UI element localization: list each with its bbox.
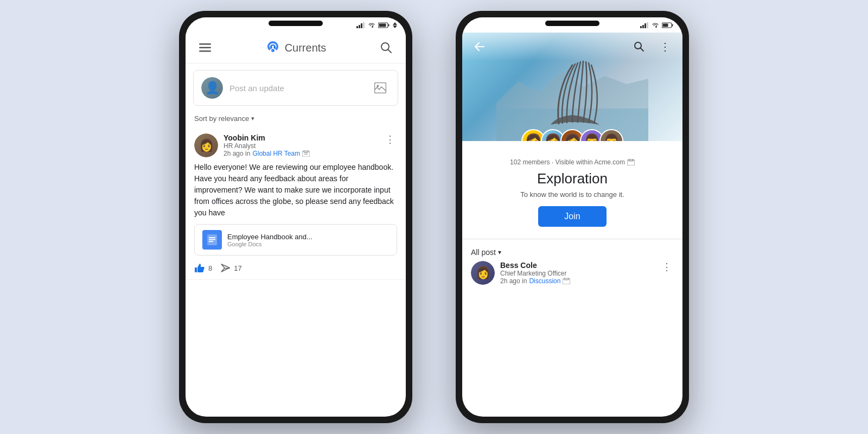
svg-rect-28 xyxy=(644,23,646,28)
group-hero-image: ⋮ 👩 👩 👩 👨 👨 xyxy=(462,33,682,141)
post-body: Hello everyone! We are reviewing our emp… xyxy=(194,162,397,219)
join-button[interactable]: Join xyxy=(538,206,606,227)
attachment-card[interactable]: Employee Handbook and... Google Docs xyxy=(194,224,397,256)
bess-post-more-button[interactable]: ⋮ xyxy=(660,261,674,273)
docs-icon xyxy=(207,234,218,246)
status-icons-right xyxy=(640,22,674,28)
post-actions: 8 17 xyxy=(194,261,397,273)
author-title: HR Analyst xyxy=(224,142,378,150)
yoobin-avatar-img: 👩 xyxy=(194,133,218,157)
members-count-text: 102 members · Visible within Acme.com xyxy=(510,158,625,166)
community-icon xyxy=(302,150,310,157)
member-avatar-5: 👨 xyxy=(599,129,623,141)
group-top-actions: ⋮ xyxy=(629,37,675,56)
currents-app: Currents 👤 Post an update xyxy=(186,33,406,417)
bess-meta: Bess Cole Chief Marketing Officer 2h ago… xyxy=(500,261,654,285)
currents-logo-icon xyxy=(265,40,280,55)
like-button[interactable]: 8 xyxy=(194,263,212,273)
svg-rect-3 xyxy=(363,22,365,28)
svg-rect-26 xyxy=(640,26,642,28)
share-icon xyxy=(221,264,231,272)
hamburger-icon xyxy=(199,43,211,52)
image-icon xyxy=(374,82,386,93)
member-avatars: 👩 👩 👩 👨 👨 xyxy=(521,129,623,141)
thumbs-up-icon xyxy=(194,263,205,273)
currents-logo: Currents xyxy=(265,40,327,55)
bess-time-community: 2h ago in Discussion xyxy=(500,277,654,285)
bess-name: Bess Cole xyxy=(500,261,654,270)
svg-rect-25 xyxy=(195,267,197,272)
group-post-preview: 👩 Bess Cole Chief Marketing Officer 2h a… xyxy=(462,261,682,285)
svg-marker-8 xyxy=(393,25,397,28)
svg-rect-10 xyxy=(199,47,211,49)
svg-rect-5 xyxy=(388,24,390,26)
svg-rect-29 xyxy=(647,22,648,28)
back-button[interactable] xyxy=(470,37,489,56)
attachment-type: Google Docs xyxy=(227,241,312,247)
post-update-box[interactable]: 👤 Post an update xyxy=(193,70,398,106)
bess-time: 2h ago in xyxy=(500,277,527,285)
phone-right: ⋮ 👩 👩 👩 👨 👨 102 members · Visible within… xyxy=(456,11,689,423)
post-card: 👩 Yoobin Kim HR Analyst 2h ago in Global… xyxy=(186,127,406,280)
group-divider xyxy=(462,239,682,239)
phone-left: Currents 👤 Post an update xyxy=(179,11,412,423)
yoobin-avatar: 👩 xyxy=(194,133,218,157)
sort-arrow-icon: ▾ xyxy=(251,115,254,122)
share-button[interactable]: 17 xyxy=(221,264,241,272)
all-posts-arrow-icon: ▾ xyxy=(498,248,501,256)
sort-bar[interactable]: Sort by relevance ▾ xyxy=(186,112,406,127)
community-link[interactable]: Global HR Team xyxy=(252,150,300,157)
group-app: ⋮ 👩 👩 👩 👨 👨 102 members · Visible within… xyxy=(462,33,682,417)
svg-rect-0 xyxy=(356,26,358,28)
battery-icon xyxy=(378,22,390,28)
phone-screen-right: ⋮ 👩 👩 👩 👨 👨 102 members · Visible within… xyxy=(462,17,682,417)
doc-icon xyxy=(202,230,222,250)
post-time-community: 2h ago in Global HR Team xyxy=(224,150,378,157)
currents-title: Currents xyxy=(285,42,327,54)
svg-rect-6 xyxy=(379,23,386,27)
post-meta: Yoobin Kim HR Analyst 2h ago in Global H… xyxy=(224,133,378,157)
battery-icon-r xyxy=(662,22,674,28)
menu-button[interactable] xyxy=(195,38,215,58)
all-posts-bar[interactable]: All post ▾ xyxy=(462,244,682,261)
group-top-bar: ⋮ xyxy=(462,33,682,61)
author-name: Yoobin Kim xyxy=(224,133,378,142)
bess-community-link[interactable]: Discussion xyxy=(529,277,560,285)
attachment-meta: Employee Handbook and... Google Docs xyxy=(227,233,312,247)
search-icon xyxy=(380,42,392,54)
wifi-icon xyxy=(368,22,375,28)
phone-screen-left: Currents 👤 Post an update xyxy=(186,17,406,417)
add-image-button[interactable] xyxy=(371,78,390,98)
data-icon xyxy=(393,22,397,28)
sort-label: Sort by relevance xyxy=(194,114,249,123)
group-post-header: 👩 Bess Cole Chief Marketing Officer 2h a… xyxy=(471,261,674,285)
share-count: 17 xyxy=(234,264,241,272)
bess-avatar: 👩 xyxy=(471,261,495,285)
svg-rect-2 xyxy=(361,23,362,28)
post-time: 2h ago in xyxy=(224,150,250,157)
visibility-icon xyxy=(627,159,635,165)
feed-scroll: 👩 Yoobin Kim HR Analyst 2h ago in Global… xyxy=(186,127,406,417)
back-arrow-icon xyxy=(474,42,485,52)
group-info: 102 members · Visible within Acme.com Ex… xyxy=(462,141,682,234)
more-dots-icon: ⋮ xyxy=(660,40,671,53)
svg-rect-32 xyxy=(663,23,668,27)
search-button[interactable] xyxy=(376,38,396,58)
signal-icon-r xyxy=(640,22,649,28)
post-header: 👩 Yoobin Kim HR Analyst 2h ago in Global… xyxy=(194,133,397,157)
svg-point-12 xyxy=(271,49,275,52)
svg-line-35 xyxy=(641,48,643,51)
more-button-group[interactable]: ⋮ xyxy=(655,37,675,56)
search-button-group[interactable] xyxy=(629,37,649,56)
community-icon-bess xyxy=(563,278,570,284)
post-placeholder-text[interactable]: Post an update xyxy=(229,84,364,93)
user-avatar: 👤 xyxy=(201,77,223,99)
svg-marker-7 xyxy=(393,22,397,25)
svg-point-34 xyxy=(635,42,641,49)
svg-rect-27 xyxy=(642,25,644,28)
post-more-button[interactable]: ⋮ xyxy=(383,133,397,145)
svg-rect-9 xyxy=(199,43,211,45)
phone-notch-left xyxy=(269,21,323,26)
search-icon-group xyxy=(634,41,644,52)
group-members-text: 102 members · Visible within Acme.com xyxy=(471,158,674,166)
